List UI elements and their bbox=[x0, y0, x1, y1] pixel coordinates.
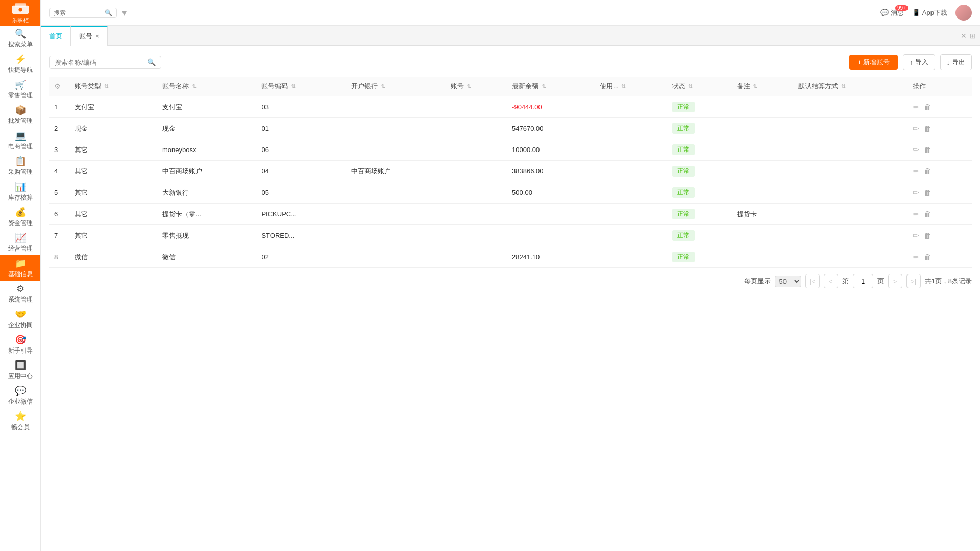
topbar: 🔍 ▾ 💬 消息 99+ 📱 App下载 bbox=[41, 0, 980, 26]
delete-button[interactable]: 🗑 bbox=[924, 210, 932, 218]
sidebar-item-guide[interactable]: 🎯 新手引导 bbox=[0, 332, 40, 357]
sidebar-item-apps[interactable]: 🔲 应用中心 bbox=[0, 357, 40, 383]
sidebar-item-finance[interactable]: 💰 资金管理 bbox=[0, 204, 40, 230]
th-code[interactable]: 账号编码 ⇅ bbox=[256, 77, 346, 96]
edit-button[interactable]: ✏ bbox=[913, 231, 919, 240]
cell-account bbox=[446, 225, 507, 246]
maximize-window-icon[interactable]: ⊞ bbox=[970, 32, 976, 40]
last-page-btn[interactable]: >| bbox=[906, 274, 921, 288]
app-logo: 乐掌柜 bbox=[0, 0, 40, 26]
cell-status: 正常 bbox=[667, 118, 732, 139]
th-account[interactable]: 账号 ⇅ bbox=[446, 77, 507, 96]
finance-icon: 💰 bbox=[15, 207, 26, 218]
th-status[interactable]: 状态 ⇅ bbox=[667, 77, 732, 96]
export-button[interactable]: ↓ 导出 bbox=[940, 54, 972, 70]
sort-status-icon[interactable]: ⇅ bbox=[688, 83, 693, 89]
table-wrap: ⚙ 账号类型 ⇅ 账号名称 ⇅ 账号编码 ⇅ 开户银行 ⇅ 账号 ⇅ 最新余额 … bbox=[49, 77, 972, 268]
delete-button[interactable]: 🗑 bbox=[924, 188, 932, 197]
sidebar-item-inventory[interactable]: 📊 库存核算 bbox=[0, 179, 40, 204]
sidebar-item-retail[interactable]: 🛒 零售管理 bbox=[0, 77, 40, 102]
next-page-btn[interactable]: > bbox=[888, 274, 902, 288]
sort-settlement-icon[interactable]: ⇅ bbox=[841, 83, 846, 89]
search-input[interactable] bbox=[55, 59, 147, 66]
sidebar-item-basic-info[interactable]: 📁 基础信息 bbox=[0, 255, 40, 281]
table-row: 7 其它 零售抵现 STORED... 正常 ✏ 🗑 bbox=[49, 225, 972, 246]
th-settings[interactable]: ⚙ bbox=[49, 77, 69, 96]
sidebar-item-search[interactable]: 🔍 搜索菜单 bbox=[0, 26, 40, 51]
cell-settlement bbox=[793, 204, 908, 225]
page-size-select[interactable]: 50 100 bbox=[775, 276, 801, 287]
th-usage[interactable]: 使用... ⇅ bbox=[595, 77, 667, 96]
cell-type: 其它 bbox=[69, 161, 157, 182]
cell-usage bbox=[595, 225, 667, 246]
sort-type-icon[interactable]: ⇅ bbox=[104, 83, 109, 89]
add-account-button[interactable]: + 新增账号 bbox=[849, 55, 898, 70]
tab-home[interactable]: 首页 bbox=[41, 26, 71, 46]
cell-settlement bbox=[793, 225, 908, 246]
sort-notes-icon[interactable]: ⇅ bbox=[753, 83, 757, 89]
quicknav-icon: ⚡ bbox=[15, 54, 26, 65]
sort-balance-icon[interactable]: ⇅ bbox=[542, 83, 546, 89]
topbar-search-box[interactable]: 🔍 bbox=[49, 8, 117, 18]
edit-button[interactable]: ✏ bbox=[913, 145, 919, 154]
sidebar-item-operations[interactable]: 📈 经营管理 bbox=[0, 230, 40, 255]
tab-account[interactable]: 账号 × bbox=[71, 26, 108, 46]
edit-button[interactable]: ✏ bbox=[913, 210, 919, 218]
topbar-search-input[interactable] bbox=[54, 9, 105, 16]
cell-balance bbox=[507, 204, 595, 225]
pagination: 每页显示 50 100 |< < 第 页 > >| 共1页，8条记录 bbox=[49, 268, 972, 288]
th-name[interactable]: 账号名称 ⇅ bbox=[157, 77, 256, 96]
tab-close-icon[interactable]: × bbox=[95, 33, 99, 40]
sort-name-icon[interactable]: ⇅ bbox=[192, 83, 197, 89]
search-box[interactable]: 🔍 bbox=[49, 56, 161, 69]
edit-button[interactable]: ✏ bbox=[913, 103, 919, 111]
sort-usage-icon[interactable]: ⇅ bbox=[621, 83, 626, 89]
sidebar-item-enterprise[interactable]: 🤝 企业协同 bbox=[0, 306, 40, 332]
sidebar-item-label: 采购管理 bbox=[8, 168, 33, 177]
cell-code: PICKUPC... bbox=[256, 204, 346, 225]
sort-code-icon[interactable]: ⇅ bbox=[291, 83, 296, 89]
sort-bank-icon[interactable]: ⇅ bbox=[381, 83, 385, 89]
sidebar-item-members[interactable]: ⭐ 畅会员 bbox=[0, 408, 40, 434]
delete-button[interactable]: 🗑 bbox=[924, 167, 932, 176]
dropdown-icon[interactable]: ▾ bbox=[122, 7, 127, 18]
edit-button[interactable]: ✏ bbox=[913, 253, 919, 261]
sidebar-item-quicknav[interactable]: ⚡ 快捷导航 bbox=[0, 51, 40, 77]
close-window-icon[interactable]: ✕ bbox=[961, 32, 967, 40]
delete-button[interactable]: 🗑 bbox=[924, 253, 932, 261]
sidebar-item-wechat[interactable]: 💬 企业微信 bbox=[0, 383, 40, 408]
th-balance[interactable]: 最新余额 ⇅ bbox=[507, 77, 595, 96]
first-page-btn[interactable]: |< bbox=[805, 274, 820, 288]
sidebar-item-system[interactable]: ⚙ 系统管理 bbox=[0, 281, 40, 306]
th-type[interactable]: 账号类型 ⇅ bbox=[69, 77, 157, 96]
delete-button[interactable]: 🗑 bbox=[924, 124, 932, 133]
message-button[interactable]: 💬 消息 99+ bbox=[880, 8, 904, 17]
delete-button[interactable]: 🗑 bbox=[924, 103, 932, 111]
th-notes[interactable]: 备注 ⇅ bbox=[732, 77, 793, 96]
cell-name: 大新银行 bbox=[157, 182, 256, 204]
cell-id: 1 bbox=[49, 96, 69, 118]
sidebar-item-wholesale[interactable]: 📦 批发管理 bbox=[0, 102, 40, 128]
delete-button[interactable]: 🗑 bbox=[924, 145, 932, 154]
cell-code: 06 bbox=[256, 139, 346, 161]
sidebar-item-label: 批发管理 bbox=[8, 117, 33, 126]
app-download-button[interactable]: 📱 App下载 bbox=[912, 8, 947, 17]
cell-type: 其它 bbox=[69, 139, 157, 161]
system-icon: ⚙ bbox=[16, 283, 24, 294]
th-settlement[interactable]: 默认结算方式 ⇅ bbox=[793, 77, 908, 96]
th-bank[interactable]: 开户银行 ⇅ bbox=[346, 77, 445, 96]
import-button[interactable]: ↑ 导入 bbox=[903, 54, 935, 70]
sidebar-item-ecommerce[interactable]: 💻 电商管理 bbox=[0, 128, 40, 153]
edit-button[interactable]: ✏ bbox=[913, 188, 919, 197]
avatar[interactable] bbox=[955, 5, 972, 21]
page-number-input[interactable] bbox=[853, 274, 873, 288]
settings-icon[interactable]: ⚙ bbox=[54, 82, 61, 90]
edit-button[interactable]: ✏ bbox=[913, 124, 919, 133]
delete-button[interactable]: 🗑 bbox=[924, 231, 932, 240]
sidebar-item-procurement[interactable]: 📋 采购管理 bbox=[0, 153, 40, 179]
prev-page-btn[interactable]: < bbox=[824, 274, 838, 288]
edit-button[interactable]: ✏ bbox=[913, 167, 919, 176]
topbar-right: 💬 消息 99+ 📱 App下载 bbox=[880, 5, 972, 21]
content-area: 🔍 + 新增账号 ↑ 导入 ↓ 导出 ⚙ 账号类型 ⇅ bbox=[41, 46, 980, 551]
sort-account-icon[interactable]: ⇅ bbox=[467, 83, 471, 89]
